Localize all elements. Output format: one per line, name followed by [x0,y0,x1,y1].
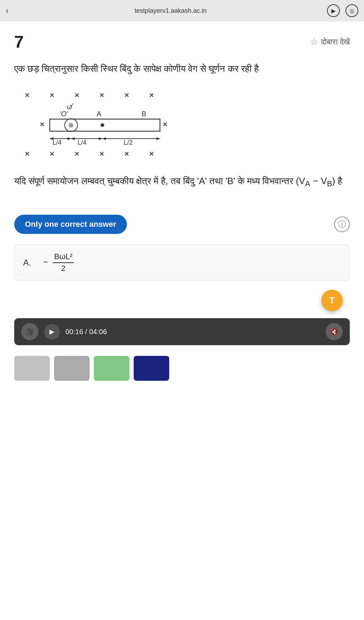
url-display: testplayerv1.aakash.ac.in [14,7,327,15]
svg-text:×: × [75,91,79,100]
nav-thumb-2[interactable] [54,356,90,381]
svg-text:×: × [124,149,129,158]
option-a-numerator: BωL² [53,252,74,263]
back-button[interactable]: ‹ [6,6,9,16]
svg-text:L/2: L/2 [124,139,133,146]
svg-text:B: B [141,110,146,118]
svg-text:↙: ↙ [70,102,74,108]
question-number: 7 [14,32,24,52]
video-camera-button[interactable]: 🎥 [21,323,38,340]
svg-text:×: × [149,149,154,158]
svg-marker-26 [102,137,106,140]
answer-type-row: Only one correct answer ⓘ [14,215,350,234]
svg-text:×: × [50,149,54,158]
svg-text:×: × [149,91,154,100]
option-a-denominator: 2 [60,263,67,273]
question-text-1: एक छड़ चित्रानुसार किसी स्थिर बिंदु के स… [14,62,350,76]
svg-text:⊗: ⊗ [68,122,74,129]
nav-thumb-4[interactable] [134,356,169,381]
options-area: A. − BωL² 2 [14,245,350,280]
svg-text:×: × [100,91,104,100]
top-icons: ▶ ◎ [327,4,358,17]
svg-text:×: × [75,149,79,158]
sound-icon: 🔇 [330,327,339,336]
video-time: 00:16 / 04:06 [65,328,107,336]
option-a-row[interactable]: A. − BωL² 2 [14,245,350,280]
svg-text:A: A [97,110,102,118]
video-bar: 🎥 ▶ 00:16 / 04:06 🔇 [14,318,350,345]
bottom-nav-thumbnails [14,356,350,381]
answer-type-badge[interactable]: Only one correct answer [14,215,127,234]
question-header: 7 ☆ दोबारा देखें [14,32,350,52]
svg-text:'O': 'O' [60,110,68,118]
play-button[interactable]: ▶ [44,324,60,340]
top-bar: ‹ testplayerv1.aakash.ac.in ▶ ◎ [0,0,364,21]
diagram-section: × × × × × × ω ↙ 'O' A B ⊗ × × [14,87,350,167]
svg-marker-19 [68,137,71,140]
review-button[interactable]: ☆ दोबारा देखें [310,37,350,47]
svg-text:×: × [50,91,54,100]
camera-icon: 🎥 [26,327,34,336]
svg-text:×: × [163,120,167,129]
info-icon-button[interactable]: ⓘ [334,217,350,232]
nav-thumb-3[interactable] [94,356,129,381]
svg-text:L/4: L/4 [53,139,61,146]
play-icon: ▶ [331,7,336,14]
svg-text:×: × [124,91,129,100]
main-content: 7 ☆ दोबारा देखें एक छड़ चित्रानुसार किसी… [0,21,364,620]
option-a-content: − BωL² 2 [43,252,341,273]
star-icon: ☆ [310,37,318,47]
question-text-2: यदि संपूर्ण समायोजन लम्बवत् चुम्बकीय क्ष… [14,174,350,190]
t-float-button[interactable]: T [321,290,343,311]
option-a-fraction: BωL² 2 [53,252,74,273]
sound-button[interactable]: 🔇 [326,323,343,340]
svg-text:×: × [25,149,30,158]
nav-thumb-1[interactable] [14,356,50,381]
svg-text:×: × [100,149,104,158]
svg-marker-22 [71,137,75,140]
play-icon-circle[interactable]: ▶ [327,4,340,17]
option-a-label: A. [23,258,37,268]
svg-text:×: × [25,91,30,100]
svg-marker-27 [156,137,160,140]
rod-diagram-svg: × × × × × × ω ↙ 'O' A B ⊗ × × [14,87,199,165]
svg-text:L/4: L/4 [77,139,86,146]
settings-icon: ◎ [349,7,354,14]
svg-marker-23 [99,137,102,140]
svg-text:×: × [40,120,44,129]
svg-point-14 [101,123,104,127]
play-icon: ▶ [49,328,54,336]
settings-icon-circle[interactable]: ◎ [346,4,358,17]
review-label: दोबारा देखें [321,37,350,47]
